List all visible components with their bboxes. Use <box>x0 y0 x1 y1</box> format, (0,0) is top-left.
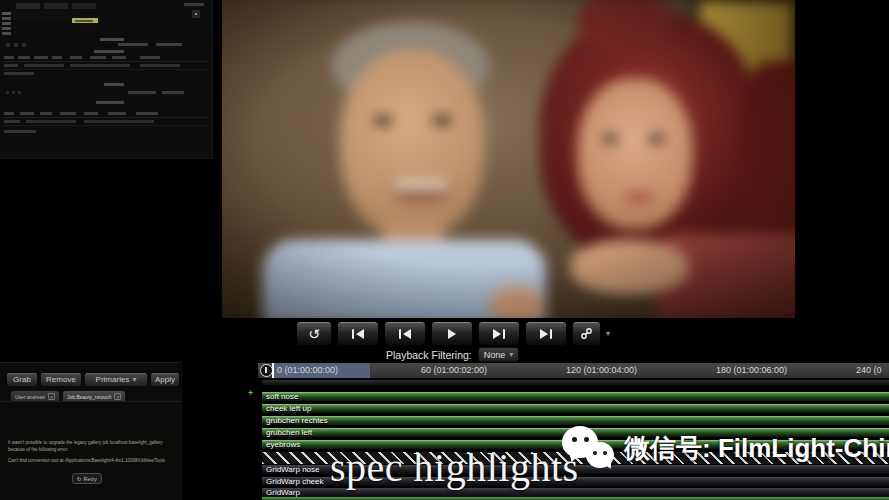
playhead[interactable] <box>272 363 274 378</box>
panel-detail <box>70 56 82 59</box>
skip-start-icon-arrow <box>356 329 364 339</box>
panel-detail <box>4 64 18 67</box>
next-frame-button[interactable] <box>478 321 520 346</box>
wechat-logo-icon <box>562 424 616 472</box>
panel-detail <box>18 91 21 94</box>
play-icon <box>448 329 456 339</box>
panel-detail <box>84 112 98 115</box>
ruler-tick[interactable]: 240 (0 <box>856 363 882 378</box>
panel-detail <box>108 112 126 115</box>
playback-filtering-value: None <box>484 350 506 360</box>
panel-detail <box>40 112 52 115</box>
panel-detail <box>72 3 96 9</box>
panel-detail <box>118 43 148 46</box>
playback-filtering-dropdown[interactable]: None ▾ <box>478 347 520 362</box>
session-setup-panel <box>0 0 213 159</box>
panel-detail <box>60 112 76 115</box>
panel-detail <box>2 22 11 25</box>
dropdown-caret-icon: ▾ <box>132 376 136 384</box>
ruler-tick[interactable]: 0 (01:00:00:00) <box>277 363 338 378</box>
panel-detail <box>24 64 64 67</box>
tab-label: User:andreas <box>15 394 45 400</box>
panel-detail <box>12 91 15 94</box>
play-button[interactable] <box>431 321 473 346</box>
panel-detail <box>4 130 36 133</box>
panel-detail <box>112 56 126 59</box>
previous-frame-button[interactable] <box>384 321 426 346</box>
dropdown-caret-icon: ▾ <box>509 351 513 359</box>
gallery-panel: GrabRemovePrimaries▾Apply User:andreas×J… <box>0 362 182 500</box>
clipped-track[interactable] <box>262 380 889 385</box>
button-label: Primaries <box>96 375 130 384</box>
wechat-watermark: 微信号: FilmLight-China <box>562 424 889 472</box>
skip-end-icon-arrow <box>540 329 548 339</box>
close-icon[interactable]: × <box>48 393 55 400</box>
panel-detail <box>136 112 158 115</box>
viewer-image <box>222 0 795 318</box>
panel-detail <box>2 12 11 15</box>
track-cheek-left-up[interactable]: cheek left up <box>262 404 889 413</box>
primaries-button[interactable]: Primaries▾ <box>84 372 148 387</box>
track-soft-nose[interactable]: soft nose <box>262 392 889 401</box>
panel-detail <box>90 56 106 59</box>
next-frame-icon-arrow <box>493 329 501 339</box>
panel-detail <box>6 43 10 47</box>
panel-detail <box>14 43 18 47</box>
panel-detail <box>26 120 76 123</box>
panel-detail <box>13 26 65 30</box>
remove-button[interactable]: Remove <box>40 372 82 387</box>
panel-detail <box>44 3 68 9</box>
panel-detail <box>52 56 62 59</box>
panel-detail <box>195 13 197 15</box>
panel-detail <box>13 31 65 35</box>
link-dropdown-caret[interactable]: ▾ <box>606 330 610 338</box>
retry-label: Retry <box>84 476 97 482</box>
panel-detail <box>140 64 180 67</box>
close-icon[interactable]: × <box>114 393 121 400</box>
panel-detail <box>4 112 14 115</box>
skip-start-icon <box>352 329 354 339</box>
transport-controls: ↺ ▾ <box>296 321 610 346</box>
panel-detail <box>6 91 9 94</box>
link-icon <box>580 327 593 340</box>
panel-detail <box>2 32 11 35</box>
playback-filtering-label: Playback Filtering: <box>386 349 472 361</box>
panel-detail <box>22 43 26 47</box>
ruler-tick[interactable]: 60 (01:00:02:00) <box>421 363 487 378</box>
panel-detail <box>2 69 208 70</box>
panel-detail <box>128 91 156 94</box>
panel-detail <box>4 72 34 75</box>
panel-detail <box>70 64 130 67</box>
baselight-window: ↺ ▾ Playback Filtering: None <box>0 0 889 500</box>
ruler-tick[interactable]: 120 (01:00:04:00) <box>566 363 637 378</box>
skip-to-start-button[interactable] <box>337 321 379 346</box>
panel-detail <box>13 16 65 20</box>
link-options-button[interactable] <box>572 321 601 346</box>
timeline-ruler[interactable]: 0 (01:00:00:00)60 (01:00:02:00)120 (01:0… <box>258 363 889 378</box>
next-frame-icon <box>503 329 505 339</box>
gallery-error-line2: because of the following error: <box>8 447 68 453</box>
panel-detail <box>13 11 65 15</box>
loop-icon: ↺ <box>308 327 320 341</box>
panel-detail <box>184 3 204 6</box>
skip-to-end-button[interactable] <box>525 321 567 346</box>
retry-button[interactable]: ↻ Retry <box>72 473 102 484</box>
gallery-error-line1: It wasn't possible to upgrade the legacy… <box>8 440 162 446</box>
spec-highlights-watermark: spec highlights <box>330 444 579 491</box>
grab-button[interactable]: Grab <box>6 372 38 387</box>
retry-icon: ↻ <box>77 476 82 482</box>
apply-button[interactable]: Apply <box>150 372 180 387</box>
panel-detail <box>2 61 208 62</box>
panel-detail <box>96 101 124 104</box>
panel-detail <box>140 56 160 59</box>
panel-detail <box>16 3 40 9</box>
ruler-tick[interactable]: 180 (01:00:06:00) <box>716 363 787 378</box>
loop-button[interactable]: ↺ <box>296 321 332 346</box>
panel-detail <box>75 20 93 22</box>
wechat-watermark-text: 微信号: FilmLight-China <box>624 431 889 466</box>
panel-detail <box>67 11 77 15</box>
panel-detail <box>94 50 124 53</box>
panel-detail <box>2 17 11 20</box>
add-track-plus-icon[interactable]: + <box>248 388 253 398</box>
photo-vignette <box>222 0 795 318</box>
